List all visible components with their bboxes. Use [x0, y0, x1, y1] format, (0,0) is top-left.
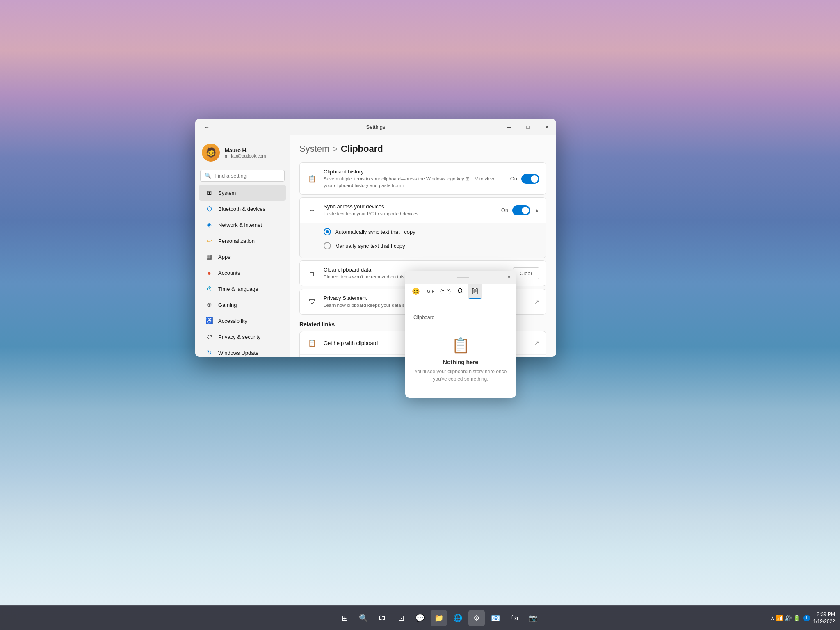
- sidebar-item-label: Gaming: [218, 302, 237, 308]
- sync-row: ↔ Sync across your devices Paste text fr…: [300, 198, 546, 223]
- system-icon: ⊞: [205, 189, 213, 197]
- sync-toggle[interactable]: [512, 205, 530, 215]
- sidebar-item-label: System: [218, 190, 236, 196]
- emoji-tab-emoji[interactable]: 😊: [409, 284, 423, 299]
- emoji-tab-symbols[interactable]: Ω: [453, 284, 468, 299]
- auto-sync-label: Automatically sync text that I copy: [335, 229, 415, 235]
- settings-button[interactable]: ⚙: [468, 610, 485, 626]
- clipboard-history-action: On: [510, 174, 539, 184]
- manual-sync-radio[interactable]: [324, 242, 331, 249]
- notification-badge[interactable]: 1: [803, 615, 810, 621]
- emoji-tab-clipboard[interactable]: [468, 284, 482, 299]
- current-date: 1/19/2022: [813, 618, 835, 625]
- taskbar-clock[interactable]: 2:39 PM 1/19/2022: [813, 611, 835, 625]
- emoji-tab-gif[interactable]: GIF: [423, 284, 438, 299]
- sidebar-item-gaming[interactable]: ⊕ Gaming: [199, 297, 286, 313]
- privacy-external-icon: ↗: [534, 299, 539, 305]
- emoji-tabs: 😊 GIF (^_^) Ω: [405, 284, 516, 299]
- privacy-action: ↗: [534, 299, 539, 305]
- emoji-content: Clipboard 📋 Nothing here You'll see your…: [405, 299, 516, 398]
- file-explorer-button[interactable]: 📁: [431, 610, 447, 626]
- window-controls: — □ ✕: [500, 119, 556, 135]
- svg-rect-1: [474, 288, 476, 289]
- emoji-tab-kaomoji[interactable]: (^_^): [438, 284, 453, 299]
- sync-card: ↔ Sync across your devices Paste text fr…: [299, 197, 546, 258]
- sidebar-item-windows-update[interactable]: ↻ Windows Update: [199, 345, 286, 357]
- search-button[interactable]: 🔍: [355, 610, 372, 626]
- gaming-icon: ⊕: [205, 301, 213, 309]
- sidebar-item-personalization[interactable]: ✏ Personalization: [199, 233, 286, 249]
- sidebar-item-label: Accessibility: [218, 318, 247, 324]
- close-button[interactable]: ✕: [537, 119, 556, 135]
- mail-button[interactable]: 📧: [487, 610, 504, 626]
- user-email: m_lab@outlook.com: [225, 153, 266, 158]
- accessibility-icon: ♿: [205, 317, 213, 325]
- system-tray: ∧ 📶 🔊 🔋 1: [770, 615, 810, 621]
- windows-update-icon: ↻: [205, 349, 213, 357]
- sidebar-item-label: Time & language: [218, 286, 258, 292]
- sidebar-item-system[interactable]: ⊞ System: [199, 185, 286, 201]
- battery-icon[interactable]: 🔋: [793, 615, 800, 621]
- maximize-button[interactable]: □: [518, 119, 537, 135]
- sidebar-item-label: Windows Update: [218, 350, 258, 356]
- clipboard-history-toggle[interactable]: [521, 174, 539, 184]
- auto-sync-radio[interactable]: [324, 228, 331, 235]
- sidebar-item-label: Accounts: [218, 270, 240, 276]
- sync-desc: Paste text from your PC to supported dev…: [324, 210, 495, 217]
- window-titlebar: ← Settings — □ ✕: [195, 119, 556, 135]
- auto-sync-option[interactable]: Automatically sync text that I copy: [324, 225, 539, 239]
- search-input[interactable]: [215, 173, 283, 179]
- manual-sync-option[interactable]: Manually sync text that I copy: [324, 239, 539, 253]
- nothing-here-title: Nothing here: [443, 359, 478, 365]
- clipboard-section-title: Clipboard: [413, 315, 434, 320]
- privacy-icon: 🛡: [306, 296, 318, 308]
- breadcrumb-current: Clipboard: [341, 144, 383, 154]
- emoji-close-button[interactable]: ✕: [507, 274, 511, 280]
- chevron-icon[interactable]: ∧: [770, 615, 774, 621]
- sidebar-item-privacy[interactable]: 🛡 Privacy & security: [199, 329, 286, 345]
- network-tray-icon[interactable]: 📶: [776, 615, 783, 621]
- browser-button[interactable]: 🌐: [450, 610, 466, 626]
- search-icon: 🔍: [205, 173, 211, 179]
- taskbar-right: ∧ 📶 🔊 🔋 1 2:39 PM 1/19/2022: [770, 611, 835, 625]
- task-view-button[interactable]: 🗂: [374, 610, 390, 626]
- chat-button[interactable]: 💬: [412, 610, 428, 626]
- emoji-titlebar: ✕: [405, 271, 516, 284]
- user-info: Mauro H. m_lab@outlook.com: [225, 147, 266, 158]
- accounts-icon: ●: [205, 269, 213, 277]
- volume-icon[interactable]: 🔊: [785, 615, 792, 621]
- clipboard-history-content: Clipboard history Save multiple items to…: [324, 169, 504, 189]
- sidebar-item-label: Network & internet: [218, 222, 262, 228]
- sidebar-item-accessibility[interactable]: ♿ Accessibility: [199, 313, 286, 329]
- start-button[interactable]: ⊞: [336, 610, 353, 626]
- minimize-button[interactable]: —: [500, 119, 518, 135]
- sidebar-item-label: Apps: [218, 254, 231, 260]
- sync-expand-icon[interactable]: ▲: [534, 208, 539, 213]
- store-button[interactable]: 🛍: [506, 610, 523, 626]
- sidebar: 🧔 Mauro H. m_lab@outlook.com 🔍 ⊞ System: [195, 135, 290, 357]
- clear-button[interactable]: Clear: [513, 267, 539, 279]
- breadcrumb: System > Clipboard: [299, 144, 546, 154]
- sidebar-item-network[interactable]: ◈ Network & internet: [199, 217, 286, 233]
- personalization-icon: ✏: [205, 237, 213, 245]
- sidebar-item-bluetooth[interactable]: ⬡ Bluetooth & devices: [199, 201, 286, 217]
- window-title: Settings: [366, 124, 386, 130]
- bluetooth-icon: ⬡: [205, 205, 213, 213]
- user-profile[interactable]: 🧔 Mauro H. m_lab@outlook.com: [195, 139, 290, 168]
- camera-button[interactable]: 📷: [525, 610, 541, 626]
- sidebar-item-time[interactable]: ⏱ Time & language: [199, 281, 286, 297]
- breadcrumb-parent[interactable]: System: [299, 144, 329, 154]
- sidebar-item-accounts[interactable]: ● Accounts: [199, 265, 286, 281]
- sync-content: Sync across your devices Paste text from…: [324, 203, 495, 217]
- sidebar-item-apps[interactable]: ▦ Apps: [199, 249, 286, 265]
- emoji-popup: ✕ 😊 GIF (^_^) Ω Clipboard 📋 Nothing here…: [405, 271, 516, 398]
- taskbar: ⊞ 🔍 🗂 ⊡ 💬 📁 🌐 ⚙ 📧 🛍 📷 ∧ 📶 🔊 🔋 1 2:39 PM …: [0, 605, 840, 630]
- sidebar-item-label: Bluetooth & devices: [218, 206, 265, 212]
- widgets-button[interactable]: ⊡: [393, 610, 409, 626]
- search-bar[interactable]: 🔍: [200, 170, 285, 182]
- user-name: Mauro H.: [225, 147, 266, 153]
- back-button[interactable]: ←: [200, 121, 213, 134]
- help-external-icon: ↗: [534, 340, 539, 346]
- sync-action: On ▲: [501, 205, 539, 215]
- manual-sync-label: Manually sync text that I copy: [335, 243, 405, 249]
